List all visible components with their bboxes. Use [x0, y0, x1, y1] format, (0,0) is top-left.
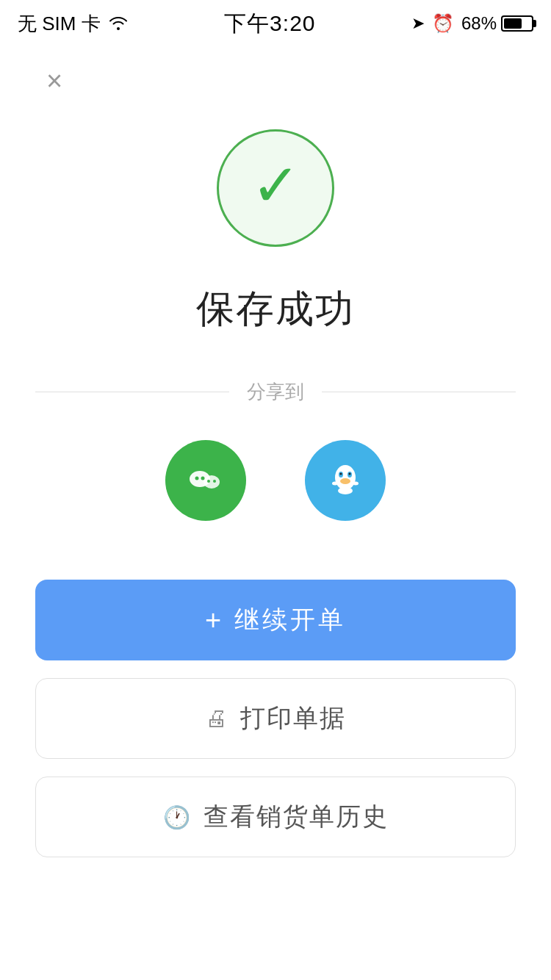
battery-icon — [501, 15, 533, 32]
svg-point-5 — [213, 480, 216, 483]
no-sim-text: 无 SIM 卡 — [18, 11, 101, 37]
print-label: 打印单据 — [240, 702, 346, 735]
share-qq-button[interactable] — [305, 440, 386, 521]
print-button[interactable]: 🖨 打印单据 — [35, 678, 516, 759]
history-label: 查看销货单历史 — [204, 800, 389, 834]
close-icon: × — [46, 67, 62, 95]
history-button[interactable]: 🕐 查看销货单历史 — [35, 777, 516, 857]
wifi-icon — [108, 12, 129, 35]
share-wechat-button[interactable] — [165, 440, 246, 521]
plus-icon: + — [205, 606, 223, 634]
continue-label: 继续开单 — [234, 603, 346, 637]
print-icon: 🖨 — [205, 706, 228, 731]
wechat-icon — [184, 458, 228, 502]
battery-percent: 68% — [461, 13, 497, 34]
status-right: ➤ ⏰ 68% — [411, 13, 533, 34]
share-icons-row — [165, 440, 386, 521]
share-divider: 分享到 — [35, 379, 516, 405]
svg-point-13 — [353, 482, 359, 486]
status-time: 下午3:20 — [224, 9, 315, 39]
svg-point-4 — [207, 480, 210, 483]
checkmark-icon: ✓ — [251, 156, 300, 215]
location-icon: ➤ — [411, 14, 425, 33]
svg-point-6 — [335, 465, 356, 490]
success-title: 保存成功 — [196, 284, 355, 335]
status-left: 无 SIM 卡 — [18, 11, 129, 37]
svg-point-2 — [195, 477, 199, 480]
svg-point-14 — [338, 487, 353, 494]
svg-point-3 — [201, 477, 205, 480]
svg-point-11 — [340, 478, 350, 484]
status-bar: 无 SIM 卡 下午3:20 ➤ ⏰ 68% — [0, 0, 551, 47]
history-icon: 🕐 — [163, 804, 192, 830]
battery-fill — [504, 18, 522, 29]
continue-button[interactable]: + 继续开单 — [35, 580, 516, 660]
action-buttons: + 继续开单 🖨 打印单据 🕐 查看销货单历史 — [35, 580, 516, 857]
divider-line-left — [35, 392, 229, 392]
close-button[interactable]: × — [35, 62, 73, 100]
svg-point-1 — [204, 475, 220, 489]
main-content: × ✓ 保存成功 分享到 — [0, 47, 551, 887]
svg-point-10 — [349, 473, 351, 475]
success-icon-circle: ✓ — [217, 129, 334, 247]
svg-point-9 — [340, 473, 342, 475]
divider-line-right — [322, 392, 516, 392]
qq-icon — [323, 458, 367, 502]
battery-container: 68% — [461, 13, 533, 34]
svg-point-12 — [332, 482, 338, 486]
share-label: 分享到 — [247, 379, 304, 405]
alarm-icon: ⏰ — [432, 13, 454, 34]
